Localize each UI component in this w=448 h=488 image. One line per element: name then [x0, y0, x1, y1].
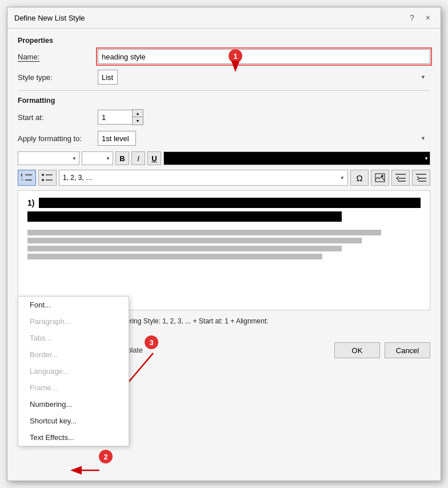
omega-button[interactable]: Ω — [350, 170, 369, 186]
properties-divider — [18, 90, 430, 91]
unordered-list-button[interactable] — [38, 170, 57, 186]
apply-to-select[interactable]: 1st level 2nd level 3rd level — [98, 131, 136, 146]
menu-item-shortcut-key[interactable]: Shortcut key... — [18, 413, 129, 429]
spinner-down[interactable]: ▼ — [133, 117, 143, 125]
font-color-button[interactable]: ▼ — [163, 151, 430, 165]
preview-bar-1 — [39, 198, 421, 208]
font-select-wrapper — [18, 151, 79, 165]
svg-point-10 — [381, 175, 383, 177]
svg-point-7 — [42, 179, 44, 181]
name-input[interactable] — [98, 49, 430, 64]
menu-item-frame[interactable]: Frame... — [18, 379, 129, 396]
font-select[interactable] — [18, 151, 79, 165]
menu-item-numbering[interactable]: Numbering... — [18, 396, 129, 413]
decrease-indent-icon — [394, 173, 407, 183]
italic-button[interactable]: I — [131, 151, 145, 165]
style-type-select[interactable]: List — [98, 70, 118, 85]
menu-item-font[interactable]: Font... — [18, 297, 129, 313]
size-select-wrapper — [82, 151, 113, 165]
preview-bar-2 — [27, 211, 342, 222]
name-row: Name: 1 — [18, 49, 430, 64]
svg-point-5 — [42, 174, 44, 176]
underline-button[interactable]: U — [147, 151, 161, 165]
ok-button[interactable]: OK — [334, 342, 380, 358]
menu-item-text-effects[interactable]: Text Effects... — [18, 429, 129, 446]
title-bar-buttons: ? × — [406, 12, 434, 23]
color-dropdown-arrow: ▼ — [424, 156, 429, 161]
start-at-label: Start at: — [18, 113, 98, 122]
preview-gray-bar-1 — [27, 230, 381, 235]
decrease-indent-button[interactable] — [391, 170, 410, 186]
picture-insert-button[interactable] — [371, 170, 389, 186]
picture-insert-icon — [374, 173, 386, 183]
preview-spacer — [27, 225, 421, 230]
ordered-list-icon: 1. — [21, 173, 33, 183]
help-button[interactable]: ? — [406, 12, 418, 23]
size-select[interactable] — [82, 151, 113, 165]
start-at-row: Start at: ▲ ▼ — [18, 109, 430, 125]
apply-formatting-label: Apply formatting to: — [18, 134, 98, 143]
svg-text:1.: 1. — [21, 178, 23, 181]
properties-section-label: Properties — [18, 37, 430, 45]
format-toolbar-2: 1. 1, 2, 3, … a, b, c, … A, B, C, … i, i… — [18, 170, 430, 186]
preview-gray-bar-4 — [27, 254, 322, 259]
annotation-1: 1 — [229, 49, 242, 63]
preview-area: 1) — [18, 190, 430, 310]
apply-to-select-wrapper: 1st level 2nd level 3rd level — [98, 131, 430, 146]
style-type-row: Style type: List — [18, 70, 430, 85]
preview-line1: 1) — [27, 198, 421, 208]
menu-item-border[interactable]: Border... — [18, 346, 129, 363]
title-bar: Define New List Style ? × — [7, 7, 441, 29]
preview-gray-bar-2 — [27, 238, 362, 243]
format-dropdown-menu: Font... Paragraph... Tabs... Border... L… — [18, 296, 129, 446]
unordered-list-icon — [41, 173, 54, 183]
start-at-spinner: ▲ ▼ — [98, 109, 143, 125]
menu-item-paragraph[interactable]: Paragraph... — [18, 313, 129, 330]
close-button[interactable]: × — [422, 12, 434, 23]
dialog-title: Define New List Style — [14, 14, 85, 22]
style-type-label: Style type: — [18, 73, 98, 82]
menu-item-language[interactable]: Language... — [18, 363, 129, 379]
bold-button[interactable]: B — [115, 151, 129, 165]
bottom-buttons: OK Cancel — [334, 342, 430, 358]
format-toolbar-1: B I U ▼ — [18, 151, 430, 165]
annotation-2-circle: 2 — [99, 450, 113, 463]
name-label: Name: — [18, 53, 98, 61]
style-type-select-wrapper: List — [98, 70, 430, 85]
preview-gray-bar-3 — [27, 246, 342, 251]
start-at-input[interactable] — [98, 110, 132, 125]
cancel-button[interactable]: Cancel — [385, 342, 430, 358]
spinner-up[interactable]: ▲ — [133, 110, 143, 117]
increase-indent-icon — [415, 173, 427, 183]
preview-number: 1) — [27, 198, 34, 207]
apply-formatting-row: Apply formatting to: 1st level 2nd level… — [18, 131, 430, 146]
menu-item-tabs[interactable]: Tabs... — [18, 330, 129, 346]
increase-indent-button[interactable] — [412, 170, 430, 186]
dialog-title-text: Define New List Style — [14, 14, 85, 22]
ordered-list-button[interactable]: 1. — [18, 170, 36, 186]
annotation-3-circle: 3 — [145, 335, 158, 349]
spinner-buttons: ▲ ▼ — [132, 109, 143, 125]
define-new-list-style-dialog: Define New List Style ? × Properties Nam… — [7, 7, 441, 481]
numbering-style-select[interactable]: 1, 2, 3, … a, b, c, … A, B, C, … i, ii, … — [59, 170, 348, 186]
formatting-section-label: Formatting — [18, 97, 430, 105]
numbering-style-wrapper: 1, 2, 3, … a, b, c, … A, B, C, … i, ii, … — [59, 170, 348, 186]
